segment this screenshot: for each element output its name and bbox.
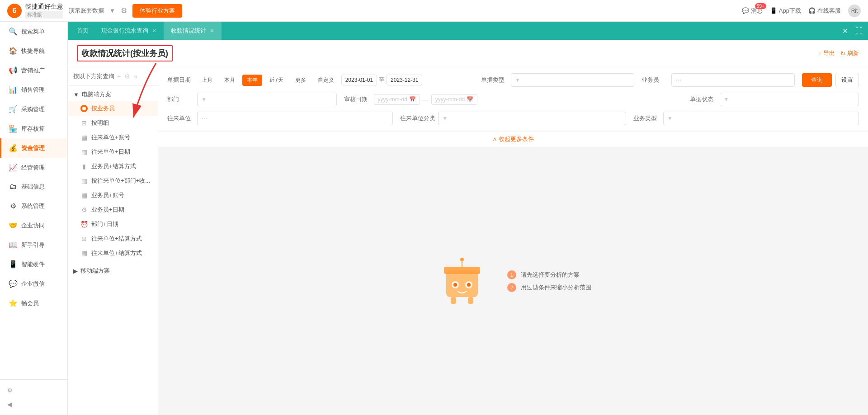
user-avatar[interactable]: Rit bbox=[848, 5, 861, 17]
scheme-item-by-salesman[interactable]: 按业务员 bbox=[68, 101, 158, 116]
sidebar-collapse-button[interactable]: ◀ bbox=[0, 397, 67, 411]
sidebar-settings-button[interactable]: ⚙ bbox=[0, 383, 67, 397]
mobile-scheme-arrow-icon: ▶ bbox=[73, 268, 78, 274]
date-btn-this-year[interactable]: 本年 bbox=[242, 75, 262, 86]
date-btn-this-month[interactable]: 本月 bbox=[220, 75, 240, 86]
sidebar-item-basic[interactable]: 🗂 基础信息 bbox=[0, 177, 67, 196]
tab-bank[interactable]: 现金银行流水查询 ✕ bbox=[94, 22, 164, 40]
page-title: 收款情况统计(按业务员) bbox=[77, 45, 173, 61]
audit-to-input[interactable]: yyyy-mm-dd 📅 bbox=[431, 94, 477, 105]
message-button[interactable]: 💬 消息 99+ bbox=[742, 7, 763, 15]
partner-filter: 往来单位 ··· bbox=[167, 112, 393, 125]
partner-input[interactable]: ··· bbox=[197, 112, 393, 125]
service-button[interactable]: 🎧 在线客服 bbox=[808, 7, 841, 15]
sidebar-item-member[interactable]: ⭐ 畅会员 bbox=[0, 293, 67, 313]
tab-home[interactable]: 首页 bbox=[71, 22, 94, 40]
tab-close-window-icon[interactable]: ✕ bbox=[840, 27, 850, 35]
finance-icon: 💰 bbox=[9, 144, 18, 152]
salesman-more-icon[interactable]: ··· bbox=[675, 76, 681, 84]
system-icon: ⚙ bbox=[9, 202, 18, 210]
sidebar-item-sales[interactable]: 📊 销售管理 bbox=[0, 80, 67, 99]
scheme-item-salesman-settle[interactable]: ▮ 业务员+结算方式 bbox=[68, 159, 158, 174]
scheme-item-partner-account[interactable]: ▦ 往来单位+账号 bbox=[68, 130, 158, 145]
content-area: 首页 现金银行流水查询 ✕ 收款情况统计 ✕ ✕ ⛶ 收款情况统计(按业务员) … bbox=[68, 22, 868, 415]
sidebar-item-corp[interactable]: 🤝 企业协同 bbox=[0, 216, 67, 235]
sidebar-item-search[interactable]: 🔍 搜索菜单 bbox=[0, 22, 67, 41]
scheme-label-partner-settle1: 往来单位+结算方式 bbox=[91, 235, 142, 243]
sidebar-label-hardware: 智能硬件 bbox=[21, 260, 45, 269]
type-select[interactable]: ▼ bbox=[511, 73, 634, 87]
mobile-scheme-header[interactable]: ▶ 移动端方案 bbox=[68, 264, 158, 278]
sidebar-label-operation: 经营管理 bbox=[21, 164, 45, 172]
scheme-item-dept-date[interactable]: ⏰ 部门+日期 bbox=[68, 217, 158, 231]
tab-receipt-close-icon[interactable]: ✕ bbox=[210, 28, 214, 34]
scheme-label-salesman-settle: 业务员+结算方式 bbox=[91, 162, 136, 170]
left-panel-header: 按以下方案查询 + ⚙ « bbox=[68, 67, 158, 86]
scheme-item-partner-settle1[interactable]: ⊞ 往来单位+结算方式 bbox=[68, 231, 158, 246]
active-dot-icon bbox=[80, 105, 88, 112]
sidebar-item-finance[interactable]: 💰 资金管理 bbox=[0, 138, 67, 158]
sidebar-item-operation[interactable]: 📈 经营管理 bbox=[0, 158, 67, 177]
status-select[interactable]: ▼ bbox=[720, 93, 859, 106]
add-scheme-icon[interactable]: + bbox=[116, 72, 122, 81]
date-btn-more[interactable]: 更多 bbox=[291, 75, 311, 86]
app-icon: 📱 bbox=[770, 7, 777, 14]
filter-setting-button[interactable]: 设置 bbox=[835, 73, 859, 87]
sidebar-item-hardware[interactable]: 📱 智能硬件 bbox=[0, 255, 67, 274]
scheme-setting-icon[interactable]: ⚙ bbox=[123, 72, 131, 81]
sidebar-label-sales: 销售管理 bbox=[21, 86, 45, 94]
date-separator: 至 bbox=[379, 76, 385, 84]
tab-bank-close-icon[interactable]: ✕ bbox=[152, 28, 156, 34]
sidebar-item-purchase[interactable]: 🛒 采购管理 bbox=[0, 99, 67, 119]
partner-type-select[interactable]: ▼ bbox=[438, 112, 626, 125]
sidebar-item-wechat[interactable]: 💬 企业微信 bbox=[0, 274, 67, 293]
sidebar-item-inventory[interactable]: 🏪 库存核算 bbox=[0, 119, 67, 138]
tab-receipt[interactable]: 收款情况统计 ✕ bbox=[164, 22, 222, 40]
tab-expand-icon[interactable]: ⛶ bbox=[854, 27, 864, 35]
scheme-item-by-detail[interactable]: ⊞ 按明细 bbox=[68, 116, 158, 130]
collapse-bar[interactable]: ∧ 收起更多条件 bbox=[158, 131, 868, 147]
audit-from-input[interactable]: yyyy-mm-dd 📅 bbox=[374, 94, 420, 105]
dept-select[interactable]: ▼ bbox=[197, 93, 337, 106]
scheme-item-partner-settle2[interactable]: ▦ 往来单位+结算方式 bbox=[68, 246, 158, 260]
export-label: 导出 bbox=[823, 49, 835, 57]
svg-point-5 bbox=[453, 283, 457, 287]
salesman-select[interactable]: ··· bbox=[671, 73, 795, 87]
scheme-item-partner-dept[interactable]: ▦ 按往来单位+部门+收... bbox=[68, 174, 158, 188]
tab-bar-right: ✕ ⛶ bbox=[840, 22, 864, 40]
partner-more-icon[interactable]: ··· bbox=[201, 114, 207, 123]
scheme-item-salesman-date[interactable]: ⚙ 业务员+日期 bbox=[68, 203, 158, 217]
dept-chevron-icon: ▼ bbox=[201, 96, 207, 103]
sidebar-item-system[interactable]: ⚙ 系统管理 bbox=[0, 196, 67, 216]
sidebar-item-marketing[interactable]: 📢 营销推广 bbox=[0, 61, 67, 80]
pc-scheme-header[interactable]: ▼ 电脑端方案 bbox=[68, 88, 158, 101]
member-icon: ⭐ bbox=[9, 299, 18, 307]
audit-label: 审核日期 bbox=[344, 95, 371, 104]
sidebar-item-guide[interactable]: 📖 新手引导 bbox=[0, 235, 67, 255]
sidebar-label-wechat: 企业微信 bbox=[21, 280, 45, 288]
trial-button[interactable]: 体验行业方案 bbox=[132, 4, 182, 18]
date-btn-last-month[interactable]: 上月 bbox=[197, 75, 217, 86]
query-button[interactable]: 查询 bbox=[802, 73, 832, 87]
date-btn-7days[interactable]: 近7天 bbox=[265, 75, 288, 86]
company-dropdown-icon[interactable]: ▼ bbox=[109, 7, 115, 14]
biz-type-select[interactable]: ▼ bbox=[663, 112, 859, 125]
user-initial: Rit bbox=[851, 8, 858, 14]
date-to-input[interactable]: 2023-12-31 bbox=[387, 75, 422, 85]
date-btn-custom[interactable]: 自定义 bbox=[313, 75, 339, 86]
step-2-num: 2 bbox=[507, 283, 516, 292]
scheme-item-partner-date[interactable]: ▦ 往来单位+日期 bbox=[68, 145, 158, 159]
panel-collapse-icon[interactable]: « bbox=[133, 72, 138, 81]
date-from-input[interactable]: 2023-01-01 bbox=[341, 75, 377, 85]
scheme-label-dept-date: 部门+日期 bbox=[91, 220, 118, 228]
tab-home-label: 首页 bbox=[77, 27, 89, 35]
scheme-item-salesman-account[interactable]: ▦ 业务员+账号 bbox=[68, 188, 158, 203]
table-icon-3: ▦ bbox=[80, 177, 88, 184]
date-filter: 单据日期 上月 本月 本年 近7天 更多 自定义 2023-01-01 bbox=[167, 75, 474, 86]
sidebar-item-nav[interactable]: 🏠 快捷导航 bbox=[0, 41, 67, 61]
logo-text: 畅捷通好生意 bbox=[25, 3, 63, 11]
app-download-button[interactable]: 📱 App下载 bbox=[770, 7, 801, 15]
refresh-button[interactable]: ↻ 刷新 bbox=[840, 49, 859, 57]
export-button[interactable]: ↑ 导出 bbox=[819, 49, 835, 57]
settings-icon[interactable]: ⚙ bbox=[121, 6, 127, 15]
